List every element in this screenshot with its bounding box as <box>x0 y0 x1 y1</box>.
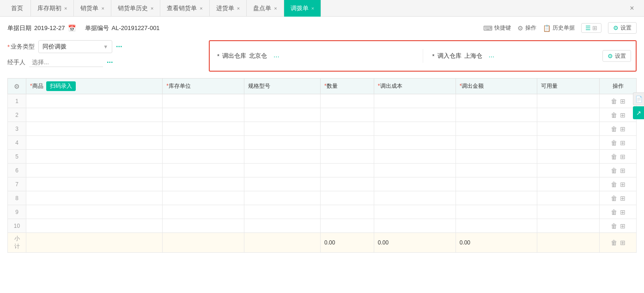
layout-toggle-button[interactable]: ☰ ⊞ <box>581 23 601 33</box>
transfer-out-value[interactable]: 北京仓 <box>249 52 267 60</box>
row-delete-icon[interactable]: 🗑 <box>611 195 617 202</box>
row-delete-icon[interactable]: 🗑 <box>611 139 617 146</box>
row-unit-cell[interactable] <box>163 177 244 191</box>
tab-inventory-init[interactable]: 库存期初 × <box>31 0 74 17</box>
row-cost-cell[interactable] <box>374 177 456 191</box>
subtotal-copy-icon[interactable]: ⊞ <box>620 239 626 246</box>
close-sales-history[interactable]: × <box>151 6 153 11</box>
row-amount-cell[interactable] <box>456 150 537 164</box>
transfer-in-more-icon[interactable]: ··· <box>489 52 495 60</box>
subtotal-delete-icon[interactable]: 🗑 <box>611 239 617 246</box>
close-inventory-check[interactable]: × <box>274 6 277 11</box>
row-cost-cell[interactable] <box>374 219 456 233</box>
row-amount-cell[interactable] <box>456 136 537 150</box>
row-copy-icon[interactable]: ⊞ <box>620 125 626 133</box>
tab-sales-history[interactable]: 销货单历史 × <box>111 0 160 17</box>
business-type-select[interactable]: 同价调拨 ▼ <box>38 40 112 53</box>
row-copy-icon[interactable]: ⊞ <box>620 181 626 188</box>
row-unit-cell[interactable] <box>163 150 244 164</box>
row-product-cell[interactable] <box>26 108 163 122</box>
tab-view-sales[interactable]: 查看销货单 × <box>160 0 209 17</box>
setting-button[interactable]: ⚙ 设置 <box>608 22 637 34</box>
row-product-cell[interactable] <box>26 150 163 164</box>
row-spec-cell[interactable] <box>244 122 321 136</box>
row-copy-icon[interactable]: ⊞ <box>620 222 626 230</box>
row-product-cell[interactable] <box>26 164 163 177</box>
row-delete-icon[interactable]: 🗑 <box>611 208 617 216</box>
row-cost-cell[interactable] <box>374 150 456 164</box>
row-spec-cell[interactable] <box>244 164 321 177</box>
close-all-tabs-button[interactable]: × <box>626 2 638 15</box>
th-gear[interactable]: ⚙ <box>8 79 26 94</box>
handler-more-icon[interactable]: ··· <box>107 58 113 67</box>
calendar-icon[interactable]: 📅 <box>68 24 76 32</box>
row-cost-cell[interactable] <box>374 108 456 122</box>
transfer-in-value[interactable]: 上海仓 <box>464 52 482 60</box>
tab-purchase-order[interactable]: 进货单 × <box>210 0 247 17</box>
row-cost-cell[interactable] <box>374 122 456 136</box>
row-copy-icon[interactable]: ⊞ <box>620 153 626 160</box>
row-copy-icon[interactable]: ⊞ <box>620 139 626 146</box>
row-amount-cell[interactable] <box>456 205 537 219</box>
table-gear-icon[interactable]: ⚙ <box>14 83 20 90</box>
row-amount-cell[interactable] <box>456 219 537 233</box>
tab-transfer-order[interactable]: 调拨单 × <box>284 0 321 17</box>
row-unit-cell[interactable] <box>163 122 244 136</box>
row-delete-icon[interactable]: 🗑 <box>611 111 617 119</box>
tab-inventory-check[interactable]: 盘点单 × <box>247 0 284 17</box>
row-qty-cell[interactable] <box>320 164 374 177</box>
row-copy-icon[interactable]: ⊞ <box>620 208 626 216</box>
row-spec-cell[interactable] <box>244 136 321 150</box>
row-qty-cell[interactable] <box>320 94 374 108</box>
row-amount-cell[interactable] <box>456 122 537 136</box>
row-amount-cell[interactable] <box>456 94 537 108</box>
operation-button[interactable]: ⚙ 操作 <box>517 24 536 32</box>
row-copy-icon[interactable]: ⊞ <box>620 98 626 105</box>
row-qty-cell[interactable] <box>320 136 374 150</box>
transfer-out-more-icon[interactable]: ··· <box>273 52 279 60</box>
close-purchase-order[interactable]: × <box>237 6 240 11</box>
row-copy-icon[interactable]: ⊞ <box>620 195 626 202</box>
row-unit-cell[interactable] <box>163 136 244 150</box>
history-order-button[interactable]: 📋 历史单据 <box>543 24 575 32</box>
row-amount-cell[interactable] <box>456 108 537 122</box>
row-qty-cell[interactable] <box>320 219 374 233</box>
close-inventory-init[interactable]: × <box>64 6 67 11</box>
row-product-cell[interactable] <box>26 177 163 191</box>
scan-input-button[interactable]: 扫码录入 <box>46 81 76 91</box>
business-type-more-icon[interactable]: ··· <box>116 43 122 51</box>
row-spec-cell[interactable] <box>244 94 321 108</box>
tab-sales-order[interactable]: 销货单 × <box>74 0 111 17</box>
row-amount-cell[interactable] <box>456 164 537 177</box>
inline-setting-button[interactable]: ⚙ 设置 <box>602 50 631 62</box>
row-spec-cell[interactable] <box>244 219 321 233</box>
row-spec-cell[interactable] <box>244 177 321 191</box>
row-unit-cell[interactable] <box>163 94 244 108</box>
row-delete-icon[interactable]: 🗑 <box>611 125 617 133</box>
row-qty-cell[interactable] <box>320 177 374 191</box>
close-transfer-order[interactable]: × <box>311 6 314 11</box>
handler-input[interactable] <box>29 58 103 67</box>
row-product-cell[interactable] <box>26 136 163 150</box>
close-view-sales[interactable]: × <box>200 6 202 11</box>
tab-home[interactable]: 首页 <box>4 0 31 17</box>
row-product-cell[interactable] <box>26 219 163 233</box>
row-qty-cell[interactable] <box>320 205 374 219</box>
right-float-export-icon[interactable]: ↗ <box>633 106 644 119</box>
row-unit-cell[interactable] <box>163 205 244 219</box>
row-qty-cell[interactable] <box>320 191 374 205</box>
row-cost-cell[interactable] <box>374 191 456 205</box>
row-cost-cell[interactable] <box>374 164 456 177</box>
row-unit-cell[interactable] <box>163 108 244 122</box>
row-delete-icon[interactable]: 🗑 <box>611 181 617 188</box>
row-delete-icon[interactable]: 🗑 <box>611 153 617 160</box>
row-cost-cell[interactable] <box>374 94 456 108</box>
row-spec-cell[interactable] <box>244 205 321 219</box>
row-product-cell[interactable] <box>26 191 163 205</box>
row-qty-cell[interactable] <box>320 122 374 136</box>
row-spec-cell[interactable] <box>244 108 321 122</box>
row-product-cell[interactable] <box>26 94 163 108</box>
row-unit-cell[interactable] <box>163 164 244 177</box>
row-product-cell[interactable] <box>26 122 163 136</box>
row-amount-cell[interactable] <box>456 177 537 191</box>
